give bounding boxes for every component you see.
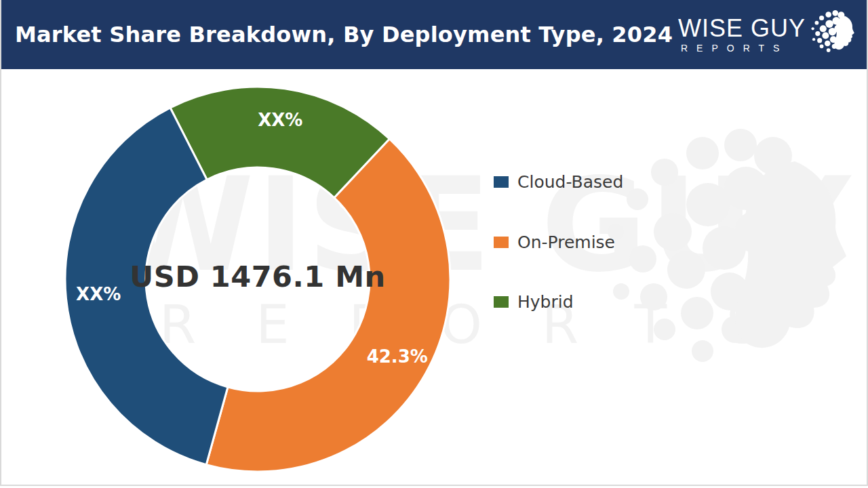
- legend-label: Cloud-Based: [517, 173, 623, 192]
- page-title: Market Share Breakdown, By Deployment Ty…: [0, 22, 673, 47]
- slice-label-on-premise: 42.3%: [367, 346, 428, 367]
- legend-item-on-premise[interactable]: On-Premise: [494, 233, 623, 252]
- wiseguy-face-icon: [807, 7, 856, 62]
- legend-item-cloud-based[interactable]: Cloud-Based: [494, 173, 623, 192]
- legend-swatch: [494, 176, 509, 188]
- header: Market Share Breakdown, By Deployment Ty…: [0, 0, 868, 69]
- legend-item-hybrid[interactable]: Hybrid: [494, 293, 623, 312]
- legend-label: On-Premise: [517, 233, 615, 252]
- legend-label: Hybrid: [517, 293, 574, 312]
- wiseguy-logo: WISE GUY REPORTS: [678, 7, 856, 62]
- chart-legend: Cloud-BasedOn-PremiseHybrid: [494, 173, 623, 312]
- chart-center-value: USD 1476.1 Mn: [122, 260, 393, 293]
- slice-label-hybrid: XX%: [258, 110, 302, 130]
- logo-wordmark: WISE GUY: [678, 16, 806, 41]
- legend-swatch: [494, 296, 509, 308]
- legend-swatch: [494, 237, 509, 248]
- slice-label-cloud-based: XX%: [76, 284, 121, 304]
- watermark-face-dots: [583, 108, 854, 420]
- logo-subtext: REPORTS: [678, 43, 788, 53]
